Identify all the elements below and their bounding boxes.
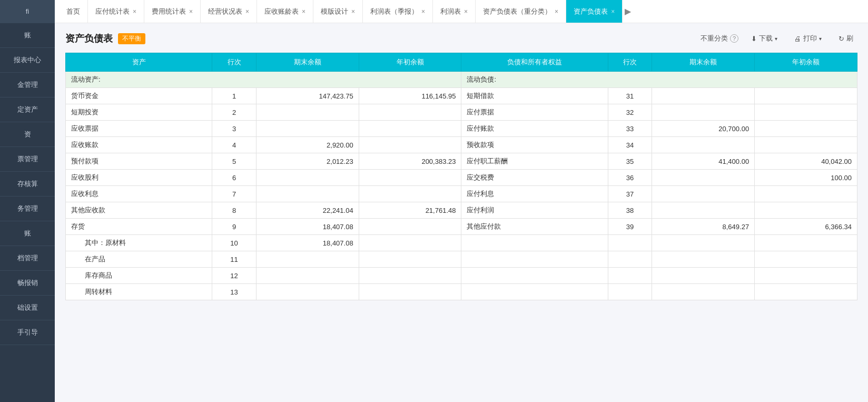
right-item-name: 其他应付款 [461,219,608,235]
tab-close-profit[interactable]: × [464,8,468,15]
tab-home[interactable]: 首页 [59,0,88,23]
unbalanced-badge: 不平衡 [118,33,145,44]
left-item-name: 其中：原材料 [66,235,212,251]
right-row-num: 38 [608,202,652,219]
tab-close-operations[interactable]: × [245,8,249,15]
tab-close-balance-reclassified[interactable]: × [555,8,558,15]
right-beginning: 40,042.00 [755,153,857,170]
tab-close-receivables-aging[interactable]: × [302,8,305,15]
left-beginning: 200,383.23 [359,153,461,170]
right-row-num: 39 [608,219,652,235]
header-row-num: 行次 [212,53,257,72]
sidebar-item-zhang[interactable]: 账 [0,23,55,48]
table-row: 短期投资 2 应付票据 32 [66,104,857,121]
right-ending: 8,649.27 [652,219,755,235]
sidebar-item-fixed-assets[interactable]: 定资产 [0,97,55,122]
tab-template-design[interactable]: 模版设计 × [313,0,363,23]
help-icon[interactable]: ? [730,34,738,43]
right-row-num: 37 [608,186,652,202]
left-row-num: 7 [212,186,257,202]
left-ending: 2,012.23 [256,153,359,170]
left-row-num: 9 [212,219,257,235]
sidebar-item-fi[interactable]: fi [0,0,55,23]
right-row-num [608,235,652,251]
table-row: 存货 9 18,407.08 其他应付款 39 8,649.27 6,366.3… [66,219,857,235]
right-ending [652,251,755,268]
tab-profit[interactable]: 利润表 × [433,0,476,23]
right-beginning [755,88,857,104]
left-item-name: 存货 [66,219,212,235]
tab-operations[interactable]: 经营状况表 × [201,0,257,23]
sidebar-item-affairs-mgmt[interactable]: 务管理 [0,197,55,221]
refresh-button[interactable]: ↻ 刷 [834,32,857,45]
tab-close-expense-stats[interactable]: × [189,8,193,15]
left-ending [256,121,359,137]
sidebar-item-fund-mgmt[interactable]: 金管理 [0,73,55,97]
print-button[interactable]: 🖨 打印 ▾ [790,32,826,45]
right-row-num: 32 [608,104,652,121]
right-ending [652,170,755,186]
table-row: 预付款项 5 2,012.23 200,383.23 应付职工薪酬 35 41,… [66,153,857,170]
right-item-name: 应付利润 [461,202,608,219]
left-row-num: 11 [212,251,257,268]
right-item-name [461,268,608,284]
tab-close-payable-stats[interactable]: × [133,8,136,15]
right-row-num: 33 [608,121,652,137]
refresh-icon: ↻ [839,35,844,43]
toolbar-right: 不重分类 ? ⬇ 下载 ▾ 🖨 打印 ▾ ↻ 刷 [701,32,857,45]
right-ending: 20,700.00 [652,121,755,137]
left-ending [256,170,359,186]
left-item-name: 周转材料 [66,284,212,300]
right-beginning [755,121,857,137]
sidebar-item-capital[interactable]: 资 [0,122,55,147]
print-icon: 🖨 [794,35,801,43]
download-button[interactable]: ⬇ 下载 ▾ [747,32,782,45]
left-beginning [359,104,461,121]
left-item-name: 预付款项 [66,153,212,170]
tab-expense-stats[interactable]: 费用统计表 × [144,0,201,23]
left-beginning [359,235,461,251]
tab-payable-stats[interactable]: 应付统计表 × [88,0,144,23]
left-beginning [359,121,461,137]
right-row-num [608,251,652,268]
right-beginning [755,251,857,268]
section-label-left: 流动资产: [66,72,461,88]
tab-scroll-right-icon[interactable]: ▶ [625,6,631,16]
sidebar-item-inventory[interactable]: 存核算 [0,172,55,197]
section-label-right: 流动负债: [461,72,857,88]
tab-receivables-aging[interactable]: 应收账龄表 × [257,0,313,23]
header-ending-balance2: 期末余额 [652,53,755,72]
balance-sheet-table: 资产 行次 期末余额 年初余额 负债和所有者权益 行次 期末余额 年初余额 流动… [65,53,857,300]
sidebar-item-guide[interactable]: 手引导 [0,320,55,345]
left-ending: 147,423.75 [256,88,359,104]
right-beginning: 100.00 [755,170,857,186]
right-item-name: 短期借款 [461,88,608,104]
tab-close-profit-quarterly[interactable]: × [421,8,425,15]
right-row-num [608,268,652,284]
left-item-name: 货币资金 [66,88,212,104]
sidebar-item-basic-settings[interactable]: 础设置 [0,296,55,320]
tab-balance-sheet[interactable]: 资产负债表 × [566,0,623,23]
left-row-num: 10 [212,235,257,251]
sidebar-item-ticket-mgmt[interactable]: 票管理 [0,147,55,172]
sidebar-item-expense[interactable]: 畅报销 [0,271,55,296]
right-row-num: 31 [608,88,652,104]
tab-close-template-design[interactable]: × [351,8,355,15]
right-ending: 41,400.00 [652,153,755,170]
right-ending [652,235,755,251]
right-item-name [461,284,608,300]
table-section-row: 流动资产: 流动负债: [66,72,857,88]
download-arrow-icon: ▾ [775,36,777,42]
sidebar-item-archive-mgmt[interactable]: 档管理 [0,246,55,271]
tab-close-balance-sheet[interactable]: × [611,8,615,15]
tab-profit-quarterly[interactable]: 利润表（季报） × [363,0,433,23]
tab-balance-reclassified[interactable]: 资产负债表（重分类） × [476,0,566,23]
left-ending: 18,407.08 [256,235,359,251]
right-beginning: 6,366.34 [755,219,857,235]
page-title-area: 资产负债表 不平衡 [65,32,145,45]
sidebar-item-ledger[interactable]: 账 [0,221,55,246]
sidebar-item-report-center[interactable]: 报表中心 [0,48,55,73]
right-row-num: 34 [608,137,652,153]
table-row: 应收账款 4 2,920.00 预收款项 34 [66,137,857,153]
left-row-num: 3 [212,121,257,137]
